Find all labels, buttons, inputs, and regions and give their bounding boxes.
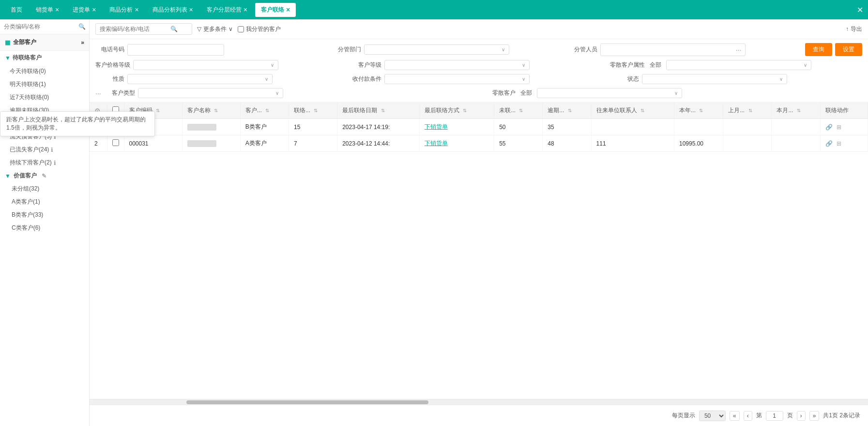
sort-person-icon[interactable]: ⇅ [640,108,644,113]
filter-actions: 查询 设置 [805,43,862,56]
sort-this-month-icon[interactable]: ⇅ [797,108,801,113]
sort-overdue-icon[interactable]: ⇅ [568,108,572,113]
settings-button[interactable]: 设置 [835,43,862,56]
sort-year-icon[interactable]: ⇅ [699,108,703,113]
filter-row-4: ··· 客户类型 ∨ 零散客户 全部 ∨ [95,88,862,98]
filter-dept-select[interactable]: ∨ [364,44,509,55]
filter-payment-label: 收付款条件 [352,75,381,83]
table-horizontal-scrollbar[interactable] [90,399,868,405]
action-link-icon-1[interactable]: 🔗 [825,124,833,131]
filter-nature-select[interactable]: ∨ [127,74,273,84]
my-customers-checkbox[interactable]: 我分管的客户 [238,25,281,33]
nav-item-product-list[interactable]: 商品分析列表 × [147,3,199,17]
query-button[interactable]: 查询 [805,43,832,56]
sort-last-month-icon[interactable]: ⇅ [748,108,752,113]
action-more-icon-2[interactable]: ⊞ [837,140,841,147]
nav-window-close[interactable]: ✕ [857,5,863,15]
sidebar-item-tomorrow[interactable]: 明天待联络(1) [0,78,89,91]
th-last-contact-method: 最后联络方式 ⇅ [419,103,494,119]
th-overdue: 逾期... ⇅ [543,103,591,119]
filter-price-grade: 客户价格等级 ∨ [95,60,348,70]
sidebar-collapse-icon[interactable]: » [81,39,84,46]
nav-item-product-analysis[interactable]: 商品分析 × [104,3,144,17]
info-icon-declining[interactable]: ℹ [54,160,56,166]
filter-customer-type: 客户类型 ∨ [106,88,482,98]
sort-contact-icon[interactable]: ⇅ [314,108,318,113]
filter-row-3: 性质 ∨ 收付款条件 ∨ 状态 [95,74,862,84]
sidebar-pending-arrow: ▼ [5,55,11,61]
sidebar-search-input[interactable] [4,23,76,30]
filter-customer-grade: 客户等级 ∨ [352,60,605,70]
td-action-1: 🔗 ⊞ [820,119,868,135]
main-search-input[interactable] [100,26,168,32]
td-contact-2: 7 [289,135,337,152]
sidebar-item-declining[interactable]: 持续下滑客户(2) ℹ [0,156,89,169]
td-checkbox-2 [107,135,124,152]
nav-close-product-analysis[interactable]: × [135,6,138,14]
td-no-2: 2 [90,135,107,152]
filter-person-label: 分管人员 [568,45,597,54]
filter-payment: 收付款条件 ∨ [352,74,605,84]
sidebar-item-7days[interactable]: 近7天待联络(0) [0,91,89,104]
sidebar-value-edit-icon[interactable]: ✎ [42,173,46,179]
filter-price-grade-select[interactable]: ∨ [133,60,278,70]
filter-customer-type-select[interactable]: ∨ [138,88,283,98]
export-btn[interactable]: ↑ 导出 [846,25,862,33]
row-checkbox-2[interactable] [112,139,119,146]
filter-scattered-customer-select[interactable]: ∨ [537,88,682,98]
method-link-2[interactable]: 下销货单 [425,140,448,147]
filter-more-ellipsis[interactable]: ··· [95,89,101,97]
my-customers-input[interactable] [238,26,244,32]
filter-scattered-attr-select[interactable]: ∨ [666,60,811,70]
nav-item-customer-segment[interactable]: 客户分层经营 × [201,3,253,17]
nav-item-home[interactable]: 首页 [5,3,28,17]
main-search-icon[interactable]: 🔍 [170,26,178,32]
prev-page-btn[interactable]: ‹ [744,411,752,421]
method-link-1[interactable]: 下销货单 [425,123,448,130]
sort-unread-icon[interactable]: ⇅ [519,108,523,113]
filter-phone-input[interactable] [127,44,224,56]
filter-person-ellipsis[interactable]: ··· [736,46,742,54]
nav-item-purchase[interactable]: 进货单 × [67,3,102,17]
nav-item-sales[interactable]: 销货单 × [30,3,65,17]
sidebar-item-today[interactable]: 今天待联络(0) [0,65,89,78]
th-last-month: 上月... ⇅ [723,103,772,119]
next-page-btn[interactable]: › [797,411,806,421]
sidebar-item-a-class[interactable]: A类客户(1) [0,195,89,208]
nav-close-sales[interactable]: × [55,6,59,14]
filter-person-select[interactable]: ··· [600,44,746,56]
filter-status-select[interactable]: ∨ [642,74,787,84]
action-link-icon-2[interactable]: 🔗 [825,140,833,147]
sidebar-value-group: ▼ 价值客户 ✎ [0,169,89,182]
last-page-btn[interactable]: » [809,411,820,421]
sidebar-search-icon[interactable]: 🔍 [78,23,86,30]
action-more-icon-1[interactable]: ⊞ [837,124,841,131]
filter-status-chevron: ∨ [779,76,783,82]
nav-item-customer-contact[interactable]: 客户联络 × [255,3,296,17]
sidebar-item-ungrouped[interactable]: 未分组(32) [0,182,89,195]
per-page-select[interactable]: 50 20 100 [699,411,726,421]
more-conditions-btn[interactable]: ▽ 更多条件 ∨ [197,25,233,33]
sort-name-icon[interactable]: ⇅ [214,108,218,113]
th-action: 联络动作 [820,103,868,119]
sidebar-item-churned[interactable]: 已流失客户(24) ℹ [0,143,89,156]
total-info: 共1页 2条记录 [823,411,860,420]
sidebar-item-b-class[interactable]: B类客户(33) [0,208,89,221]
sidebar: 🔍 ▦ 全部客户 » ▼ 待联络客户 今天待联络(0) 明天待联络(1) 近7天… [0,19,90,426]
nav-close-purchase[interactable]: × [92,6,96,14]
sort-type-icon[interactable]: ⇅ [265,108,269,113]
first-page-btn[interactable]: « [730,411,740,421]
filter-scattered-attr-label: 零散客户属性 [610,61,645,69]
info-icon-churned[interactable]: ℹ [51,147,53,153]
scroll-thumb[interactable] [186,400,428,404]
sort-code-icon[interactable]: ⇅ [156,108,160,113]
filter-payment-select[interactable]: ∨ [384,74,530,84]
page-input[interactable] [766,411,783,421]
nav-close-customer-contact[interactable]: × [286,6,290,14]
nav-close-customer-segment[interactable]: × [244,6,247,14]
sort-method-icon[interactable]: ⇅ [463,108,467,113]
filter-customer-grade-select[interactable]: ∨ [384,60,530,70]
sidebar-item-c-class[interactable]: C类客户(6) [0,221,89,235]
nav-close-product-list[interactable]: × [189,6,193,14]
sort-last-date-icon[interactable]: ⇅ [381,108,385,113]
